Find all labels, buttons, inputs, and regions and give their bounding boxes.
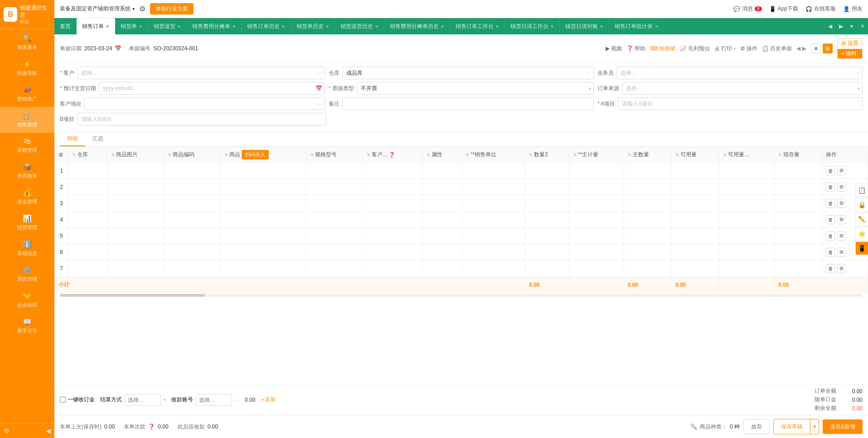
operate-btn[interactable]: ⚙ 操作 (740, 45, 757, 53)
th-settings[interactable]: ⚙ (55, 147, 68, 163)
grid-view-btn[interactable]: ⊞ (823, 43, 833, 53)
tab-close-sales-note[interactable]: ✕ (139, 24, 142, 29)
row-6-stock[interactable] (775, 244, 822, 260)
row-5-available[interactable] (671, 228, 719, 244)
tab-sales-fee[interactable]: 销售费用分摊单 ✕ (187, 18, 242, 34)
topbar-settings-icon[interactable]: ⚙ (139, 5, 145, 13)
row-6-main-qty[interactable] (624, 244, 671, 260)
right-lock-btn[interactable]: 🔒 (855, 198, 868, 212)
message-btn[interactable]: 💬 消息 9 (733, 5, 762, 13)
row-1-image[interactable] (107, 163, 164, 179)
row-2-copy-btn[interactable]: ⊞ (837, 183, 846, 192)
tab-close-sales-fee[interactable]: ✕ (232, 24, 236, 29)
row-3-main-unit[interactable] (569, 195, 624, 212)
row-3-available[interactable] (671, 195, 719, 212)
row-7-available2[interactable] (719, 260, 775, 277)
tab-close-sales-return[interactable]: ✕ (177, 24, 181, 29)
add-btn[interactable]: + 添加 (261, 396, 276, 404)
row-4-product[interactable] (220, 212, 306, 228)
row-7-product[interactable] (220, 260, 306, 277)
tab-sales-order[interactable]: 销售订单 ✕ (77, 18, 115, 34)
row-4-code[interactable] (164, 212, 220, 228)
row-1-copy-btn[interactable]: ⊞ (837, 166, 846, 175)
row-6-available2[interactable] (719, 244, 775, 260)
add-material-btn[interactable]: + 物料 (838, 49, 862, 58)
payment-input[interactable] (125, 394, 161, 406)
a-project-input[interactable] (618, 97, 863, 110)
row-6-customer-code[interactable] (363, 244, 423, 260)
sidebar-item-system[interactable]: ⚙️ 系统管理 (0, 261, 54, 287)
row-6-image[interactable] (107, 244, 164, 260)
row-7-code[interactable] (164, 260, 220, 277)
row-7-warehouse[interactable] (68, 260, 107, 277)
h-scrollbar-track[interactable] (60, 294, 863, 297)
row-7-delete-btn[interactable]: 🗑 (826, 264, 835, 273)
save-new-button[interactable]: 保存&新增 (823, 419, 863, 434)
row-6-delete-btn[interactable]: 🗑 (826, 248, 835, 257)
row-2-attributes[interactable] (423, 179, 462, 195)
row-3-customer-code[interactable] (363, 195, 423, 212)
history-btn[interactable]: 📋 历史单据 (762, 45, 792, 53)
customer-input[interactable] (77, 67, 325, 79)
row-4-available2[interactable] (719, 212, 775, 228)
row-2-spec[interactable] (306, 179, 363, 195)
row-2-warehouse[interactable] (68, 179, 107, 195)
row-3-qty2[interactable] (525, 195, 569, 212)
row-3-attributes[interactable] (423, 195, 462, 212)
tab-fee-history[interactable]: 销售费用分摊单历史 ✕ (384, 18, 450, 34)
salesperson-more-icon[interactable]: ··· (854, 70, 860, 76)
table-container[interactable]: ⚙ ⇅ 仓库 ⇅ 商品图片 (54, 147, 868, 384)
list-view-btn[interactable]: ≡ (811, 43, 821, 53)
tab-prev-arrow[interactable]: ◀ (824, 18, 835, 34)
tab-home[interactable]: 首页 (54, 18, 77, 34)
tab-close-return-history[interactable]: ✕ (375, 24, 378, 29)
user-avatar[interactable]: 👤 用友 (843, 5, 863, 13)
order-source-input[interactable] (622, 82, 863, 95)
row-6-unit[interactable] (461, 244, 525, 260)
sidebar-item-guide[interactable]: 📖 新手引导 (0, 313, 54, 339)
tab-close-daily-clear-reconcile[interactable]: ✕ (600, 24, 603, 29)
row-4-main-qty[interactable] (624, 212, 671, 228)
date-calendar-icon[interactable]: 📅 (115, 45, 121, 52)
app-download-btn[interactable]: 📱 App下载 (769, 5, 798, 13)
tab-sales-report[interactable]: 销售订单统计表 ✕ (609, 18, 664, 34)
sidebar-item-marketing[interactable]: 📣 营销推广 (0, 81, 54, 107)
row-3-warehouse[interactable] (68, 195, 107, 212)
row-4-qty2[interactable] (525, 212, 569, 228)
tab-next-arrow[interactable]: ▶ (835, 18, 846, 34)
tab-summary[interactable]: 汇总 (85, 132, 111, 146)
sidebar-item-finance[interactable]: 💰 资金管理 (0, 184, 54, 210)
row-7-copy-btn[interactable]: ⊞ (837, 264, 846, 273)
row-3-available2[interactable] (719, 195, 775, 212)
row-5-available2[interactable] (719, 228, 775, 244)
row-2-image[interactable] (107, 179, 164, 195)
row-1-attributes[interactable] (423, 163, 462, 179)
row-6-copy-btn[interactable]: ⊞ (837, 248, 846, 257)
row-6-main-unit[interactable] (569, 244, 624, 260)
row-5-code[interactable] (164, 228, 220, 244)
row-1-code[interactable] (164, 163, 220, 179)
tab-sales-note[interactable]: 销货单 ✕ (115, 18, 148, 34)
row-4-image[interactable] (107, 212, 164, 228)
row-4-delete-btn[interactable]: 🗑 (826, 215, 835, 224)
print-btn[interactable]: 🖨 打印 ▾ (714, 45, 736, 53)
view-btn[interactable]: ▶ 视频 (606, 45, 622, 53)
row-5-copy-btn[interactable]: ⊞ (837, 231, 846, 241)
tab-close-order-workbench[interactable]: ✕ (495, 24, 499, 29)
row-3-product[interactable] (220, 195, 306, 212)
row-5-spec[interactable] (306, 228, 363, 244)
row-3-spec[interactable] (306, 195, 363, 212)
row-2-available[interactable] (671, 179, 719, 195)
row-6-qty2[interactable] (525, 244, 569, 260)
address-input[interactable] (84, 97, 325, 110)
tab-close-note-history[interactable]: ✕ (325, 24, 329, 29)
row-1-customer-code[interactable] (363, 163, 423, 179)
right-star-btn[interactable]: ⭐ (855, 227, 868, 241)
row-1-warehouse[interactable] (68, 163, 107, 179)
row-2-stock[interactable] (775, 179, 822, 195)
tab-close-all[interactable]: ✕ (857, 18, 868, 34)
row-6-available[interactable] (671, 244, 719, 260)
row-7-customer-code[interactable] (363, 260, 423, 277)
remark-input[interactable] (342, 97, 594, 110)
tab-daily-clear-workbench[interactable]: 钱货日清工作台 ✕ (505, 18, 560, 34)
